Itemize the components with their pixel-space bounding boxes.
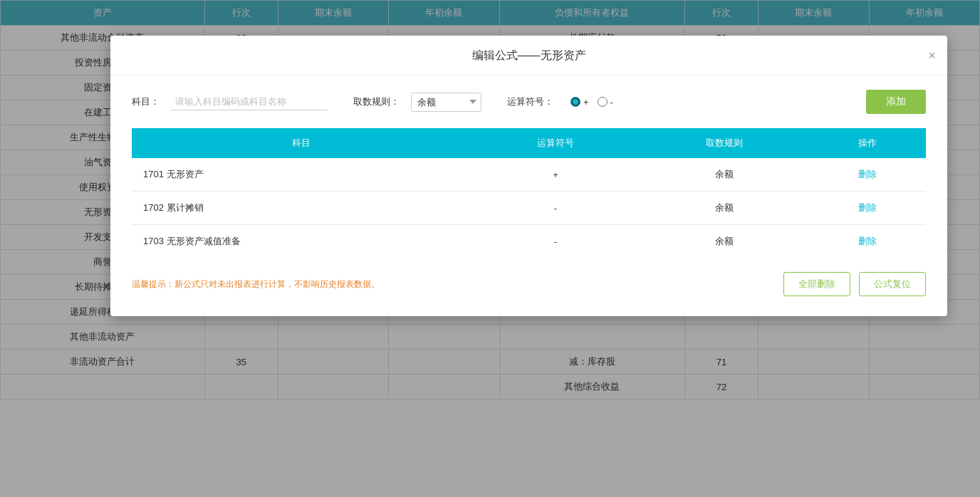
delete-all-button[interactable]: 全部删除 [783, 272, 850, 296]
subject-input[interactable] [171, 93, 328, 110]
cell-action: 删除 [809, 158, 926, 192]
table-row: 1703 无形资产减值准备-余额删除 [132, 225, 926, 258]
data-table-wrap: 科目 运算符号 取数规则 操作 1701 无形资产+余额删除1702 累计摊销-… [132, 128, 926, 258]
cell-operator: - [471, 192, 640, 225]
cell-subject: 1703 无形资产减值准备 [132, 225, 471, 258]
operator-radio-group: + - [570, 97, 613, 108]
radio-minus[interactable]: - [598, 97, 613, 108]
reset-formula-button[interactable]: 公式复位 [859, 272, 926, 296]
cell-operator: - [471, 225, 640, 258]
formula-form-row: 科目： 取数规则： 余额 借方 贷方 借方发生额 贷方发生额 运算符号： + -… [110, 75, 947, 128]
formula-table: 科目 运算符号 取数规则 操作 1701 无形资产+余额删除1702 累计摊销-… [132, 128, 926, 258]
table-row: 1701 无形资产+余额删除 [132, 158, 926, 192]
cell-operator: + [471, 158, 640, 192]
radio-plus-label: + [583, 97, 589, 108]
delete-row-button[interactable]: 删除 [858, 169, 877, 179]
delete-row-button[interactable]: 删除 [858, 202, 877, 213]
th-subject: 科目 [132, 128, 471, 158]
cell-action: 删除 [809, 192, 926, 225]
cell-rule: 余额 [640, 225, 809, 258]
modal-title: 编辑公式——无形资产 [472, 48, 586, 63]
footer-buttons: 全部删除 公式复位 [783, 272, 926, 296]
operator-label: 运算符号： [507, 95, 553, 108]
rule-select[interactable]: 余额 借方 贷方 借方发生额 贷方发生额 [411, 93, 481, 112]
table-row: 1702 累计摊销-余额删除 [132, 192, 926, 225]
hint-text: 温馨提示：新公式只对未出报表进行计算，不影响历史报表数据。 [132, 278, 380, 291]
cell-subject: 1701 无形资产 [132, 158, 471, 192]
edit-formula-modal: 编辑公式——无形资产 × 科目： 取数规则： 余额 借方 贷方 借方发生额 贷方… [110, 36, 947, 316]
modal-header: 编辑公式——无形资产 × [110, 36, 947, 75]
cell-rule: 余额 [640, 192, 809, 225]
th-operator: 运算符号 [471, 128, 640, 158]
th-action: 操作 [809, 128, 926, 158]
delete-row-button[interactable]: 删除 [858, 236, 877, 246]
cell-action: 删除 [809, 225, 926, 258]
th-rule: 取数规则 [640, 128, 809, 158]
subject-label: 科目： [132, 95, 160, 108]
modal-footer: 温馨提示：新公式只对未出报表进行计算，不影响历史报表数据。 全部删除 公式复位 [110, 258, 947, 299]
radio-minus-label: - [610, 97, 613, 108]
modal-close-button[interactable]: × [928, 49, 936, 62]
rule-select-wrap: 余额 借方 贷方 借方发生额 贷方发生额 [411, 93, 481, 112]
cell-subject: 1702 累计摊销 [132, 192, 471, 225]
radio-plus[interactable]: + [570, 97, 589, 108]
cell-rule: 余额 [640, 158, 809, 192]
add-button[interactable]: 添加 [866, 90, 926, 114]
rule-label: 取数规则： [353, 95, 400, 108]
